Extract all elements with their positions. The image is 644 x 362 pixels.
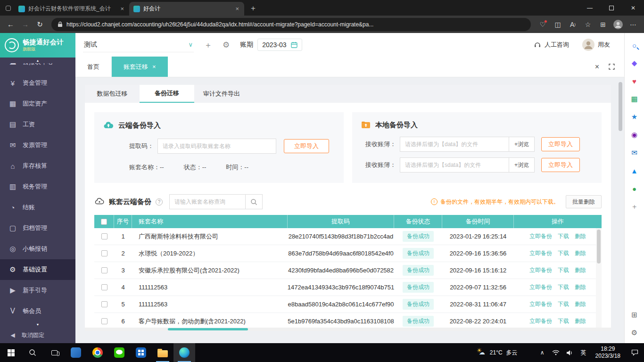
- hidden-icons-chevron[interactable]: ∧: [536, 349, 549, 356]
- pinned-app-2[interactable]: [130, 343, 152, 362]
- collections-icon[interactable]: ⊞: [596, 18, 610, 31]
- download-link[interactable]: 下载: [558, 266, 569, 274]
- row-checkbox[interactable]: [101, 267, 107, 273]
- period-picker[interactable]: 2023-03: [257, 39, 302, 51]
- input-language-button[interactable]: 英: [577, 349, 591, 357]
- browser-essentials-icon[interactable]: ♡: [536, 18, 550, 31]
- settings-gear-icon[interactable]: ⚙: [223, 40, 230, 50]
- network-button[interactable]: [549, 350, 563, 355]
- page-scrollbar-thumb[interactable]: [619, 82, 622, 131]
- close-all-tabs-icon[interactable]: ×: [595, 63, 599, 71]
- forward-icon[interactable]: →: [18, 18, 32, 31]
- backup-now-link[interactable]: 立即备份: [529, 317, 552, 325]
- add-account-icon[interactable]: ＋: [204, 40, 212, 50]
- pinned-app-1[interactable]: [65, 343, 87, 362]
- sidebar-item-小畅报销[interactable]: ◎小畅报销: [0, 239, 75, 259]
- edge-outlook-icon[interactable]: ✉: [630, 148, 639, 157]
- page-tab-migrate[interactable]: 账套迁移 ×: [112, 57, 168, 77]
- wechat-app[interactable]: [108, 343, 130, 362]
- edge-search-icon[interactable]: ○: [630, 41, 639, 50]
- account-select[interactable]: 测试 ∨: [83, 37, 194, 52]
- browser-menu-icon[interactable]: ⋯: [626, 18, 640, 31]
- support-button[interactable]: 人工咨询: [534, 41, 569, 49]
- download-link[interactable]: 下载: [558, 317, 569, 325]
- browser-tab-2[interactable]: 好会计 ×: [129, 2, 244, 16]
- page-scrollbar[interactable]: [619, 81, 622, 337]
- edge-add-tool-icon[interactable]: ＋: [630, 202, 639, 211]
- edge-settings-icon[interactable]: ⚙: [630, 328, 639, 337]
- backup-now-link[interactable]: 立即备份: [529, 232, 552, 240]
- tab-data-package[interactable]: 数据包迁移: [85, 85, 140, 103]
- page-tab-home[interactable]: 首页: [75, 57, 112, 77]
- sdata-import-button[interactable]: 立即导入: [541, 158, 580, 172]
- sdata-file-input[interactable]: [400, 158, 509, 172]
- taskbar-search-button[interactable]: [22, 343, 43, 362]
- profile-avatar[interactable]: [611, 18, 625, 31]
- backup-now-link[interactable]: 立即备份: [529, 283, 552, 291]
- data-file-input[interactable]: [400, 137, 509, 151]
- batch-delete-button[interactable]: 批量删除: [566, 195, 602, 208]
- delete-link[interactable]: 删除: [575, 317, 586, 325]
- edge-games-icon[interactable]: ★: [630, 112, 639, 122]
- sidebar-item-库存核算[interactable]: ⌂库存核算: [0, 156, 75, 176]
- sidebar-item-税务管理[interactable]: ▥税务管理: [0, 176, 75, 197]
- edge-app[interactable]: [173, 343, 195, 362]
- delete-link[interactable]: 删除: [575, 249, 586, 257]
- backup-now-link[interactable]: 立即备份: [529, 266, 552, 274]
- minimize-button[interactable]: —: [579, 0, 601, 16]
- delete-link[interactable]: 删除: [575, 266, 586, 274]
- help-icon[interactable]: ?: [156, 198, 163, 206]
- user-menu[interactable]: 用友: [582, 39, 610, 51]
- extraction-code-input[interactable]: [157, 139, 276, 154]
- fullscreen-icon[interactable]: [609, 64, 615, 70]
- new-tab-button[interactable]: +: [247, 2, 259, 15]
- taskbar-clock[interactable]: 18:29 2023/3/18: [591, 346, 625, 360]
- download-link[interactable]: 下载: [558, 283, 569, 291]
- horizontal-scrollbar[interactable]: [85, 328, 611, 331]
- edge-drop-icon[interactable]: ▲: [630, 166, 639, 175]
- search-button[interactable]: [245, 195, 262, 209]
- table-scrollbar-thumb[interactable]: [597, 230, 601, 263]
- backup-now-link[interactable]: 立即备份: [529, 300, 552, 308]
- sidebar-scroll-up-icon[interactable]: ▲: [0, 58, 75, 63]
- download-link[interactable]: 下载: [558, 249, 569, 257]
- volume-button[interactable]: [563, 350, 577, 356]
- sidebar-item-固定资产[interactable]: ▦固定资产: [0, 93, 75, 114]
- close-window-button[interactable]: ✕: [622, 0, 644, 16]
- action-center-button[interactable]: [625, 349, 644, 356]
- delete-link[interactable]: 删除: [575, 232, 586, 240]
- tab-audit-export[interactable]: 审计文件导出: [194, 85, 249, 103]
- row-checkbox[interactable]: [101, 318, 107, 324]
- workspaces-icon[interactable]: [2, 2, 14, 14]
- delete-link[interactable]: 删除: [575, 300, 586, 308]
- start-button[interactable]: [0, 343, 22, 362]
- sidebar-item-工资[interactable]: ▤工资: [0, 114, 75, 135]
- edge-apps-icon[interactable]: ⊞: [630, 310, 639, 320]
- tab2-close-icon[interactable]: ×: [234, 5, 240, 12]
- edge-office-icon[interactable]: ▦: [630, 94, 639, 104]
- row-checkbox[interactable]: [101, 233, 107, 239]
- split-screen-icon[interactable]: ◫: [551, 18, 565, 31]
- browser-tab-1[interactable]: 好会计云财务软件管理系统_会计 ×: [14, 2, 129, 16]
- download-link[interactable]: 下载: [558, 300, 569, 308]
- file-explorer-app[interactable]: [152, 343, 173, 362]
- sidebar-item-云报表中心[interactable]: ☁云报表中心: [0, 63, 75, 73]
- select-all-checkbox[interactable]: [101, 219, 107, 225]
- download-link[interactable]: 下载: [558, 232, 569, 240]
- sidebar-item-发票管理[interactable]: ✉发票管理: [0, 135, 75, 156]
- task-view-button[interactable]: [43, 343, 65, 362]
- sidebar-unpin-button[interactable]: ◀ 取消固定: [0, 327, 75, 343]
- taskbar-weather[interactable]: ☀☁ 21°C 多云: [471, 348, 523, 357]
- maximize-button[interactable]: [601, 0, 622, 16]
- chrome-app[interactable]: [87, 343, 108, 362]
- browse-sdata-button[interactable]: +浏览: [509, 158, 534, 172]
- page-tab-close-icon[interactable]: ×: [152, 63, 156, 70]
- sidebar-item-新手引导[interactable]: ▶新手引导: [0, 280, 75, 301]
- sidebar-scroll-down-icon[interactable]: ▼: [0, 321, 75, 327]
- edge-copilot-icon[interactable]: ◆: [630, 58, 639, 68]
- table-scrollbar[interactable]: [596, 228, 602, 330]
- tab1-close-icon[interactable]: ×: [119, 5, 125, 12]
- delete-link[interactable]: 删除: [575, 283, 586, 291]
- row-checkbox[interactable]: [101, 284, 107, 290]
- back-icon[interactable]: ←: [4, 18, 17, 31]
